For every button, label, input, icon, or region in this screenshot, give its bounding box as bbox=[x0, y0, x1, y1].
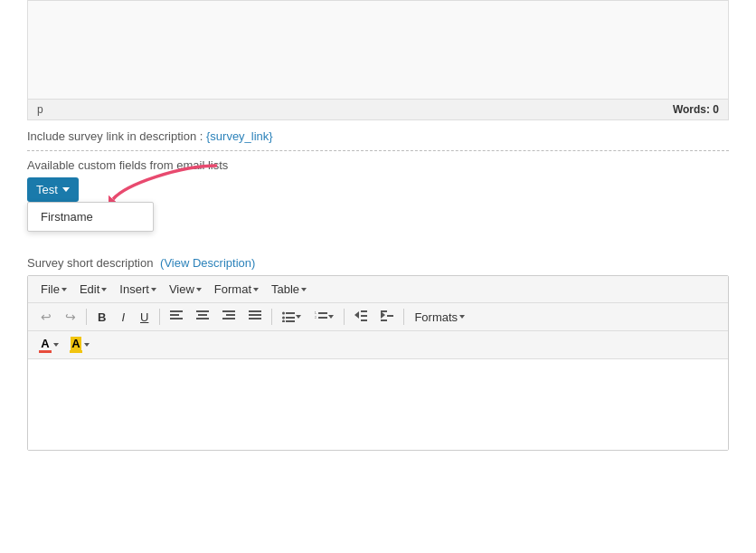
align-center-icon bbox=[196, 310, 209, 321]
bg-color-caret bbox=[84, 343, 90, 347]
dropdown-item-firstname[interactable]: Firstname bbox=[28, 203, 153, 231]
svg-rect-12 bbox=[249, 318, 261, 319]
align-justify-icon bbox=[249, 310, 261, 321]
insert-menu-label: Insert bbox=[119, 282, 149, 296]
toolbar-sep-5 bbox=[403, 309, 404, 325]
tag-indicator: p bbox=[37, 103, 43, 116]
editor-body[interactable] bbox=[28, 359, 728, 450]
svg-rect-3 bbox=[170, 318, 183, 319]
svg-rect-4 bbox=[196, 310, 209, 312]
formats-label: Formats bbox=[414, 310, 458, 324]
survey-link-row: Include survey link in description : {su… bbox=[27, 129, 729, 143]
status-bar: p Words: 0 bbox=[27, 100, 729, 120]
ol-icon: 1.2. bbox=[315, 311, 327, 322]
formats-button[interactable]: Formats bbox=[409, 309, 470, 326]
svg-marker-23 bbox=[354, 311, 359, 319]
insert-menu[interactable]: Insert bbox=[114, 280, 162, 299]
font-color-button[interactable]: A bbox=[35, 335, 62, 355]
test-dropdown-button[interactable]: Test bbox=[27, 177, 79, 202]
bg-color-label: A bbox=[70, 337, 82, 353]
format-menu-label: Format bbox=[214, 282, 251, 296]
indent-icon bbox=[381, 310, 393, 321]
edit-caret bbox=[101, 288, 107, 291]
svg-rect-1 bbox=[170, 310, 183, 312]
undo-button[interactable]: ↩ bbox=[35, 307, 57, 327]
dropdown-caret bbox=[62, 187, 70, 192]
svg-point-17 bbox=[282, 320, 285, 323]
outdent-button[interactable] bbox=[349, 308, 373, 327]
svg-point-13 bbox=[282, 312, 285, 315]
svg-rect-30 bbox=[381, 319, 387, 321]
svg-rect-11 bbox=[249, 314, 261, 316]
ul-caret bbox=[296, 315, 301, 319]
svg-rect-20 bbox=[318, 312, 327, 314]
test-button-label: Test bbox=[36, 183, 58, 196]
font-color-a: A bbox=[41, 337, 49, 350]
svg-point-15 bbox=[282, 317, 285, 319]
file-caret bbox=[61, 288, 67, 291]
section-divider bbox=[27, 150, 729, 151]
survey-link-text: Include survey link in description : bbox=[27, 129, 206, 143]
align-center-button[interactable] bbox=[191, 308, 214, 327]
svg-rect-24 bbox=[361, 310, 367, 312]
view-menu[interactable]: View bbox=[164, 280, 207, 299]
svg-rect-14 bbox=[286, 312, 295, 314]
toolbar-sep-3 bbox=[271, 309, 272, 325]
svg-rect-16 bbox=[286, 317, 295, 319]
ol-caret bbox=[328, 315, 334, 319]
test-dropdown-wrapper[interactable]: Test Firstname bbox=[27, 177, 79, 202]
view-description-link[interactable]: (View Description) bbox=[160, 256, 255, 270]
table-menu[interactable]: Table bbox=[266, 280, 312, 299]
top-editor-area bbox=[27, 0, 729, 100]
align-left-icon bbox=[170, 310, 183, 321]
svg-text:1.: 1. bbox=[315, 311, 317, 315]
redo-button[interactable]: ↪ bbox=[60, 307, 81, 327]
svg-rect-26 bbox=[361, 319, 367, 321]
svg-rect-25 bbox=[361, 315, 367, 317]
file-menu-label: File bbox=[41, 282, 60, 296]
view-menu-label: View bbox=[169, 282, 194, 296]
ul-icon bbox=[282, 311, 295, 322]
survey-short-desc-section: Survey short description (View Descripti… bbox=[27, 256, 729, 451]
indent-button[interactable] bbox=[375, 308, 399, 327]
table-menu-label: Table bbox=[271, 282, 299, 296]
editor-menu-bar: File Edit Insert View Format Table bbox=[28, 276, 728, 303]
svg-rect-22 bbox=[318, 317, 327, 319]
svg-rect-18 bbox=[286, 320, 295, 322]
bg-color-swatch bbox=[70, 350, 82, 353]
bg-color-button[interactable]: A bbox=[66, 335, 93, 355]
custom-fields-label: Available custom fields from email lists bbox=[27, 158, 729, 172]
edit-menu[interactable]: Edit bbox=[74, 280, 112, 299]
word-count: Words: 0 bbox=[673, 103, 719, 116]
insert-caret bbox=[151, 288, 156, 291]
align-right-button[interactable] bbox=[217, 308, 241, 327]
svg-rect-29 bbox=[387, 315, 393, 317]
svg-text:2.: 2. bbox=[315, 316, 317, 319]
svg-rect-7 bbox=[222, 310, 235, 312]
svg-rect-2 bbox=[170, 314, 179, 316]
ordered-list-button[interactable]: 1.2. bbox=[309, 309, 339, 325]
svg-rect-28 bbox=[381, 310, 387, 312]
edit-menu-label: Edit bbox=[80, 282, 99, 296]
file-menu[interactable]: File bbox=[35, 280, 72, 299]
unordered-list-button[interactable] bbox=[277, 309, 307, 325]
align-left-button[interactable] bbox=[165, 308, 188, 327]
italic-button[interactable]: I bbox=[115, 308, 131, 327]
font-color-label: A bbox=[39, 337, 52, 353]
format-caret bbox=[253, 288, 259, 291]
bg-color-a: A bbox=[71, 337, 80, 350]
test-dropdown-menu: Firstname bbox=[27, 202, 154, 232]
editor-color-bar: A A bbox=[28, 331, 728, 359]
bold-button[interactable]: B bbox=[91, 308, 112, 327]
view-caret bbox=[196, 288, 202, 291]
survey-link-variable[interactable]: {survey_link} bbox=[206, 129, 273, 143]
underline-button[interactable]: U bbox=[134, 308, 155, 327]
svg-marker-27 bbox=[381, 311, 385, 319]
font-color-swatch bbox=[39, 350, 52, 353]
align-justify-button[interactable] bbox=[243, 308, 267, 327]
survey-short-desc-text: Survey short description bbox=[27, 256, 153, 270]
font-color-caret bbox=[53, 343, 59, 347]
outdent-icon bbox=[354, 310, 367, 321]
format-menu[interactable]: Format bbox=[209, 280, 264, 299]
editor-container: File Edit Insert View Format Table bbox=[27, 275, 729, 451]
